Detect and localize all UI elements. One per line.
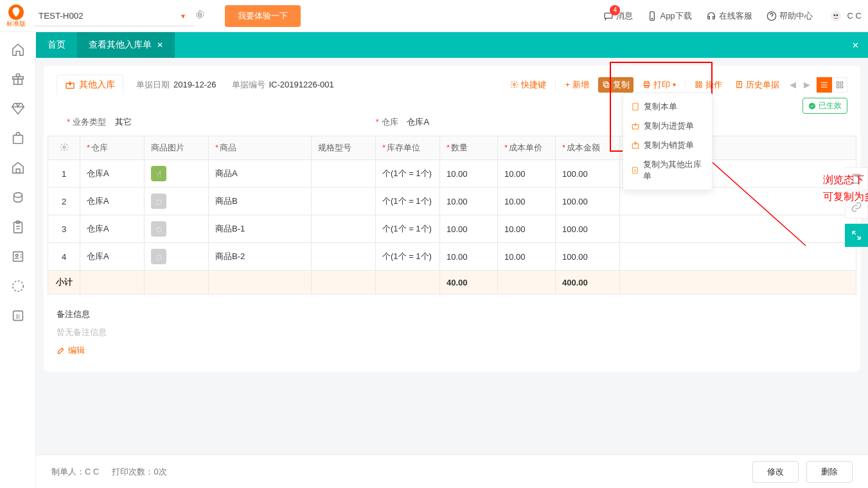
topbar: 标准版 ▾ 我要体验一下 4 消息 App下载 在线客服 帮助中心 C C (0, 0, 868, 32)
org-select[interactable] (33, 6, 194, 26)
help-button[interactable]: 帮助中心 (766, 10, 813, 22)
svg-point-7 (833, 14, 835, 16)
svg-point-8 (836, 14, 838, 16)
app-download-button[interactable]: App下载 (647, 10, 691, 22)
help-icon (766, 11, 777, 21)
phone-icon (647, 11, 657, 21)
logo-icon (8, 4, 24, 21)
logo[interactable]: 标准版 (6, 4, 26, 28)
message-button[interactable]: 4 消息 (603, 10, 633, 22)
user-menu[interactable]: C C (827, 7, 862, 25)
chevron-down-icon[interactable]: ▾ (181, 12, 185, 21)
svg-point-1 (199, 14, 202, 17)
svg-point-4 (652, 18, 653, 19)
help-label: 帮助中心 (779, 10, 813, 22)
topbar-actions: 4 消息 App下载 在线客服 帮助中心 C C (603, 7, 862, 25)
logo-subtitle: 标准版 (6, 19, 26, 28)
experience-button[interactable]: 我要体验一下 (225, 5, 301, 27)
service-label: 在线客服 (719, 10, 752, 22)
user-name: C C (847, 11, 862, 21)
gear-icon[interactable] (194, 9, 206, 23)
headset-icon (706, 11, 716, 21)
avatar (827, 7, 845, 25)
message-badge: 4 (610, 5, 620, 15)
service-button[interactable]: 在线客服 (706, 10, 752, 22)
svg-point-6 (831, 11, 841, 21)
app-download-label: App下载 (660, 10, 691, 22)
